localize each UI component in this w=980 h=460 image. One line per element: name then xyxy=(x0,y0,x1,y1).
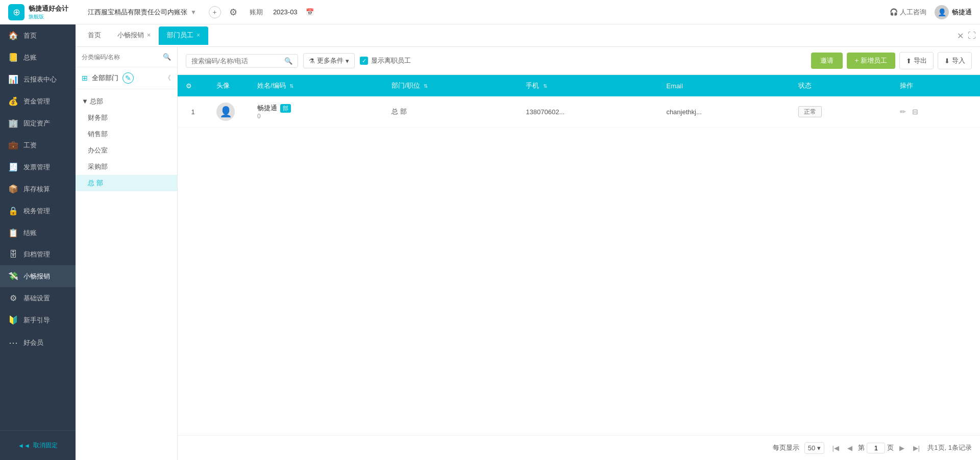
dept-item-finance[interactable]: 财务部 xyxy=(76,110,177,126)
sidebar-label-more: 好会员 xyxy=(23,338,43,347)
per-page-select[interactable]: 50 ▾ xyxy=(804,442,824,454)
dept-item-office[interactable]: 办公室 xyxy=(76,142,177,159)
sidebar-label-invoice: 发票管理 xyxy=(23,163,50,172)
invoice-icon: 🧾 xyxy=(8,162,18,172)
next-page-button[interactable]: ▶ xyxy=(896,442,908,454)
archive-icon: 🗄 xyxy=(8,250,18,259)
import-button[interactable]: ⬇ 导入 xyxy=(938,52,972,69)
sidebar-item-fixed-assets[interactable]: 🏢 固定资产 xyxy=(0,112,76,134)
content-area: 首页 小畅报销 × 部门员工 × ✕ ⛶ 🔍 xyxy=(76,24,980,460)
show-resigned-toggle[interactable]: ✓ 显示离职员工 xyxy=(360,56,411,65)
tab-xiaochang-report[interactable]: 小畅报销 × xyxy=(109,27,159,45)
logo-text: 畅捷通好会计 旗舰版 xyxy=(29,4,68,20)
page-content: 🔍 ⊞ 全部部门 ✎ 《 ▼ 总部 财务部 xyxy=(76,47,980,460)
user-area[interactable]: 👤 畅捷通 xyxy=(935,5,972,19)
sidebar-label-archive: 归档管理 xyxy=(23,250,50,259)
dept-item-purchase[interactable]: 采购部 xyxy=(76,159,177,175)
row-dept: 总 部 xyxy=(383,96,518,127)
dept-item-general[interactable]: 总 部 xyxy=(76,175,177,191)
sidebar-label-basic-settings: 基础设置 xyxy=(23,294,50,303)
support-label: 人工咨询 xyxy=(900,8,926,17)
invite-button[interactable]: 邀请 xyxy=(811,53,843,69)
edit-employee-button[interactable]: ✏ xyxy=(900,108,906,116)
more-actions-button[interactable]: ⊟ xyxy=(912,108,918,116)
sidebar-item-general-ledger[interactable]: 📒 总账 xyxy=(0,46,76,68)
add-employee-button[interactable]: + 新增员工 xyxy=(847,53,895,69)
more-filter-button[interactable]: ⚗ 更多条件 ▾ xyxy=(303,53,355,68)
tab-xiaochang-close[interactable]: × xyxy=(147,32,151,39)
xiaochang-icon: 💸 xyxy=(8,271,18,281)
prev-page-button[interactable]: ◀ xyxy=(844,442,856,454)
row-email: chanjethkj... xyxy=(658,96,790,127)
settings-icon[interactable]: ⚙ xyxy=(229,7,237,18)
import-label: 导入 xyxy=(952,56,965,65)
company-selector[interactable]: 江西服宝精品有限责任公司内账张 ▼ xyxy=(84,6,201,19)
dept-collapse-button[interactable]: 《 xyxy=(164,73,171,83)
tab-dept-label: 部门员工 xyxy=(167,31,193,40)
employee-table: ⚙ 头像 姓名/编码 ⇅ 部门/职位 ⇅ 手机 ⇅ Email 状态 操作 xyxy=(178,75,980,435)
toolbar-right: 邀请 + 新增员工 ⬆ 导出 ⬇ 导入 xyxy=(811,52,972,69)
employee-search-icon[interactable]: 🔍 xyxy=(284,57,292,65)
sidebar-item-fund[interactable]: 💰 资金管理 xyxy=(0,90,76,112)
sidebar-item-invoice[interactable]: 🧾 发票管理 xyxy=(0,156,76,178)
tab-actions: ✕ ⛶ xyxy=(957,31,976,40)
dept-search-input[interactable] xyxy=(82,54,160,61)
dept-office-label: 办公室 xyxy=(88,146,108,154)
col-mobile[interactable]: 手机 ⇅ xyxy=(518,75,658,96)
dept-root-item[interactable]: ▼ 总部 xyxy=(76,93,177,110)
sidebar-item-basic-settings[interactable]: ⚙ 基础设置 xyxy=(0,287,76,309)
home-icon: 🏠 xyxy=(8,31,18,40)
sidebar-item-reports[interactable]: 📊 云报表中心 xyxy=(0,68,76,90)
col-settings[interactable]: ⚙ xyxy=(178,75,208,96)
basic-settings-icon: ⚙ xyxy=(8,293,18,303)
sidebar-label-xiaochang: 小畅报销 xyxy=(23,272,50,281)
sidebar-label-home: 首页 xyxy=(23,31,37,40)
cancel-fixed-button[interactable]: ◄◄ 取消固定 xyxy=(0,436,76,455)
sidebar-item-newbie[interactable]: 🔰 新手引导 xyxy=(0,309,76,331)
col-name-code[interactable]: 姓名/编码 ⇅ xyxy=(249,75,383,96)
col-avatar: 头像 xyxy=(208,75,249,96)
row-actions: ✏ ⊟ xyxy=(892,96,980,127)
sidebar-label-salary: 工资 xyxy=(23,141,37,150)
col-dept-position[interactable]: 部门/职位 ⇅ xyxy=(383,75,518,96)
close-window-button[interactable]: ✕ xyxy=(957,31,964,40)
row-avatar-cell: 👤 xyxy=(208,96,249,127)
last-page-button[interactable]: ▶| xyxy=(910,442,922,454)
page-number-input[interactable] xyxy=(867,443,885,453)
export-button[interactable]: ⬆ 导出 xyxy=(899,52,934,69)
checkout-icon: 📋 xyxy=(8,228,18,238)
tab-home-label: 首页 xyxy=(88,31,101,40)
reports-icon: 📊 xyxy=(8,74,18,84)
show-resigned-checkbox[interactable]: ✓ xyxy=(360,57,368,65)
first-page-button[interactable]: |◀ xyxy=(829,442,842,454)
export-label: 导出 xyxy=(914,56,927,65)
dept-grid-icon: ⊞ xyxy=(82,74,88,82)
sidebar-item-more[interactable]: ⋯ 好会员 xyxy=(0,331,76,354)
expand-window-button[interactable]: ⛶ xyxy=(968,31,976,40)
calendar-icon[interactable]: 📅 xyxy=(306,8,314,16)
support-button[interactable]: 🎧 人工咨询 xyxy=(890,8,926,17)
dept-search-icon[interactable]: 🔍 xyxy=(163,53,171,61)
cancel-fixed-label: 取消固定 xyxy=(33,441,58,450)
sidebar-item-xiaochang[interactable]: 💸 小畅报销 xyxy=(0,265,76,287)
dept-item-sales[interactable]: 销售部 xyxy=(76,126,177,142)
status-badge: 正常 xyxy=(798,106,822,117)
sidebar-item-tax[interactable]: 🔒 税务管理 xyxy=(0,200,76,222)
page-unit: 页 xyxy=(887,443,894,452)
toolbar: 🔍 ⚗ 更多条件 ▾ ✓ 显示离职员工 邀请 + 新增员工 xyxy=(178,47,980,75)
sidebar-item-archive[interactable]: 🗄 归档管理 xyxy=(0,244,76,265)
sidebar-item-inventory[interactable]: 📦 库存核算 xyxy=(0,178,76,200)
employee-search-input[interactable] xyxy=(191,57,281,65)
tab-dept-close[interactable]: × xyxy=(197,32,200,39)
sidebar-item-home[interactable]: 🏠 首页 xyxy=(0,24,76,46)
tab-dept-employee[interactable]: 部门员工 × xyxy=(159,27,208,45)
header-right: 🎧 人工咨询 👤 畅捷通 xyxy=(890,5,972,19)
filter-label: 更多条件 xyxy=(317,56,344,65)
add-company-button[interactable]: ＋ xyxy=(209,6,221,18)
col-email: Email xyxy=(658,75,790,96)
sidebar-item-salary[interactable]: 💼 工资 xyxy=(0,134,76,156)
add-dept-button[interactable]: ✎ xyxy=(122,72,134,84)
sidebar-item-checkout[interactable]: 📋 结账 xyxy=(0,222,76,244)
tab-home[interactable]: 首页 xyxy=(80,27,109,45)
sidebar: 🏠 首页 📒 总账 📊 云报表中心 💰 资金管理 🏢 固定资产 💼 工资 🧾 发… xyxy=(0,24,76,460)
